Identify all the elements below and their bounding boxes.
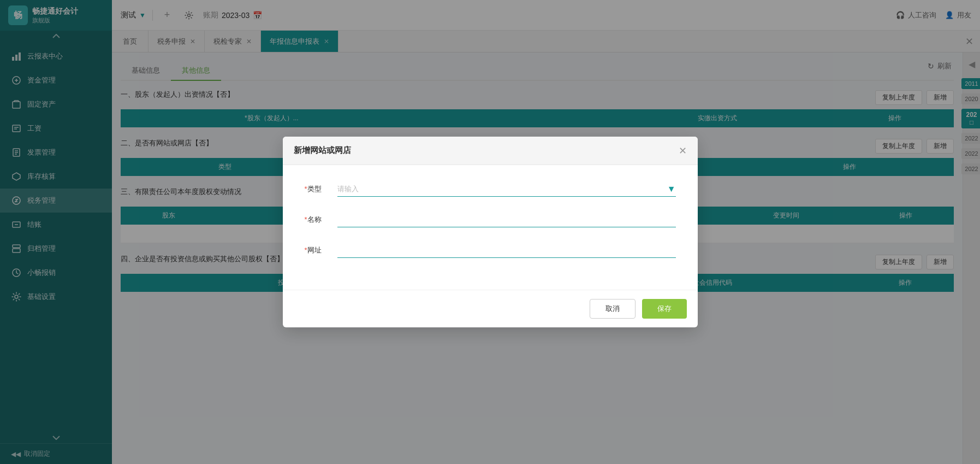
add-website-modal: 新增网站或网店 ✕ *类型 ▼ *名称 [283, 137, 698, 327]
modal-title: 新增网站或网店 [294, 145, 351, 156]
form-field-type: *类型 ▼ [305, 181, 676, 197]
url-label: *网址 [305, 245, 337, 255]
modal-overlay[interactable]: 新增网站或网店 ✕ *类型 ▼ *名称 [0, 0, 980, 464]
modal-body: *类型 ▼ *名称 *网址 [283, 165, 698, 290]
modal-close-button[interactable]: ✕ [679, 146, 687, 156]
cancel-button[interactable]: 取消 [590, 299, 635, 319]
url-input[interactable] [337, 243, 676, 257]
name-input[interactable] [337, 212, 676, 227]
form-field-name: *名称 [305, 212, 676, 227]
type-input-wrap: ▼ [337, 181, 676, 197]
name-input-wrap [337, 212, 676, 227]
modal-footer: 取消 保存 [283, 290, 698, 327]
modal-header: 新增网站或网店 ✕ [283, 137, 698, 165]
url-input-wrap [337, 243, 676, 258]
type-input[interactable] [337, 181, 676, 196]
form-field-url: *网址 [305, 243, 676, 258]
save-button[interactable]: 保存 [642, 299, 687, 319]
type-label: *类型 [305, 184, 337, 194]
name-label: *名称 [305, 215, 337, 225]
